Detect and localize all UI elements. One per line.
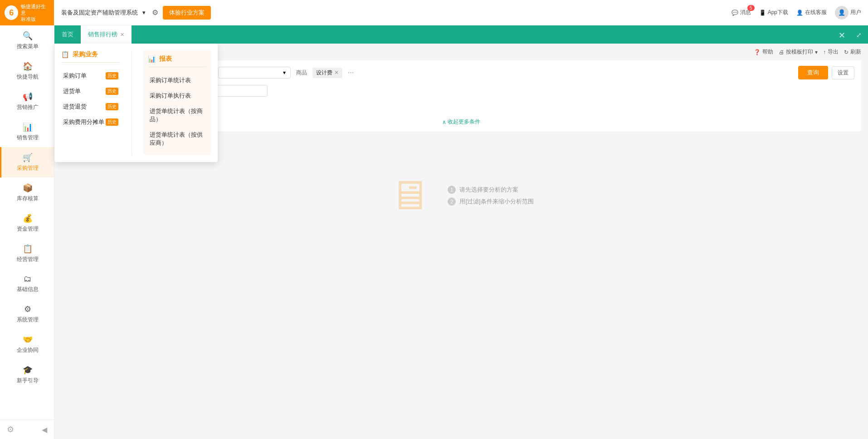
empty-tip-1: 1 请先选择要分析的方案	[448, 186, 533, 194]
service-icon: 👤	[796, 10, 803, 16]
sidebar-item-enterprise[interactable]: 🤝 企业协同	[0, 329, 54, 360]
tab-home[interactable]: 首页	[54, 25, 81, 44]
newbie-icon: 🎓	[23, 365, 33, 375]
dropdown-arrow-icon: ▾	[142, 9, 146, 16]
history-badge-4: 历史	[106, 118, 118, 126]
sidebar-item-finance[interactable]: 💰 资金管理	[0, 208, 54, 238]
report-icon: 📊	[148, 55, 156, 63]
topbar-title: 装备及固定资产辅助管理系统	[61, 9, 138, 17]
menu-section-purchase: 📋 采购业务 采购订单 历史 进货单 历史 进货退货 历史 采购费用分摊单 历史	[61, 50, 120, 155]
enterprise-icon: 🤝	[23, 335, 33, 345]
menu-section-purchase-title: 📋 采购业务	[61, 50, 120, 63]
sidebar-item-inventory[interactable]: 📦 库存核算	[0, 178, 54, 208]
menu-item-purchase-order[interactable]: 采购订单 历史	[61, 68, 120, 84]
tab-sales-rank[interactable]: 销售排行榜 ✕	[81, 25, 132, 44]
avatar-icon: 👤	[838, 9, 845, 16]
purchase-dropdown-menu: 📋 采购业务 采购订单 历史 进货单 历史 进货退货 历史 采购费用分摊单 历史…	[54, 44, 218, 162]
logo-text: 畅捷通好生意 标准版	[21, 3, 49, 23]
menu-item-expense[interactable]: 采购费用分摊单 历史	[61, 114, 120, 130]
history-badge-3: 历史	[106, 103, 118, 110]
sidebar-collapse-icon[interactable]: ◀	[42, 425, 47, 434]
sidebar-nav: 🔍 搜索菜单 🏠 快捷导航 📢 营销推广 📊 销售管理 🛒 采购管理 📦 库存核…	[0, 25, 54, 419]
operations-icon: 📋	[23, 244, 33, 254]
topbar-right: 💬 消息 5 📱 App下载 👤 在线客服 👤 用户	[731, 6, 861, 20]
tip-num-2: 2	[448, 197, 456, 206]
menu-item-inbound-stats-supplier[interactable]: 进货单统计表（按供应商）	[148, 127, 207, 151]
sidebar-item-quick-nav[interactable]: 🏠 快捷导航	[0, 56, 54, 86]
home-icon: 🏠	[23, 61, 33, 71]
goods-label: 商品	[296, 69, 307, 77]
purchase-icon: 🛒	[23, 153, 33, 163]
avatar: 👤	[835, 6, 848, 20]
status-select[interactable]: ▾	[218, 67, 291, 79]
tab-bar-close-icon[interactable]: ✕	[839, 30, 845, 40]
industry-btn[interactable]: 体验行业方案	[163, 6, 211, 20]
message-btn[interactable]: 💬 消息 5	[731, 9, 751, 16]
topbar-dropdown[interactable]: ▾	[142, 9, 146, 16]
topbar-gear-icon[interactable]: ⚙	[152, 8, 158, 17]
sidebar-item-purchase[interactable]: 🛒 采购管理	[0, 147, 54, 178]
basic-icon: 🗂	[24, 274, 32, 284]
empty-illustration: 🖥	[389, 172, 429, 219]
status-dropdown-icon: ▾	[283, 69, 286, 76]
empty-tips: 1 请先选择要分析的方案 2 用[过滤]条件来缩小分析范围	[448, 186, 533, 206]
goods-tag[interactable]: 设计费 ✕	[312, 68, 342, 78]
menu-item-inbound[interactable]: 进货单 历史	[61, 84, 120, 99]
menu-item-return[interactable]: 进货退货 历史	[61, 99, 120, 114]
query-btn[interactable]: 查询	[798, 66, 828, 79]
sales-icon: 📊	[23, 122, 33, 132]
message-badge: 5	[747, 5, 755, 11]
user-btn[interactable]: 👤 用户	[835, 6, 861, 20]
refresh-icon: ↻	[844, 49, 848, 55]
purchase-biz-icon: 📋	[61, 51, 69, 58]
tab-close-icon[interactable]: ✕	[120, 32, 124, 38]
export-icon: ↑	[823, 49, 826, 55]
menu-section-report-title: 📊 报表	[148, 55, 207, 67]
online-service-btn[interactable]: 👤 在线客服	[796, 9, 827, 16]
sidebar-settings-icon[interactable]: ⚙	[7, 424, 14, 434]
filter-actions: 查询 设置	[798, 66, 854, 79]
print-btn[interactable]: 🖨 按模板打印 ▾	[779, 48, 818, 56]
menu-section-report: 📊 报表 采购订单统计表 采购订单执行表 进货单统计表（按商品） 进货单统计表（…	[143, 50, 211, 155]
collapse-icon: ∧	[442, 119, 446, 125]
search-icon: 🔍	[23, 31, 33, 41]
finance-icon: 💰	[23, 213, 33, 223]
help-btn[interactable]: ❓ 帮助	[754, 48, 773, 56]
sidebar-footer: ⚙ ◀	[0, 419, 54, 439]
empty-tip-2: 2 用[过滤]条件来缩小分析范围	[448, 197, 533, 206]
logo: 6 畅捷通好生意 标准版	[0, 0, 54, 25]
menu-divider	[132, 50, 132, 155]
message-icon: 💬	[731, 10, 738, 16]
history-badge-1: 历史	[106, 72, 118, 79]
sidebar-item-operations[interactable]: 📋 经营管理	[0, 238, 54, 269]
tabbar: 首页 销售排行榜 ✕ ✕ ⤢	[54, 25, 868, 44]
tab-bar-expand-icon[interactable]: ⤢	[856, 31, 862, 39]
sidebar-item-system[interactable]: ⚙ 系统管理	[0, 299, 54, 329]
collapse-btn[interactable]: ∧ 收起更多条件	[442, 118, 480, 126]
print-dropdown-icon[interactable]: ▾	[815, 49, 818, 55]
sidebar-item-marketing[interactable]: 📢 营销推广	[0, 86, 54, 117]
goods-more-icon[interactable]: ···	[348, 69, 354, 77]
menu-item-order-stats[interactable]: 采购订单统计表	[148, 73, 207, 88]
sidebar-item-sales[interactable]: 📊 销售管理	[0, 117, 54, 147]
sidebar-item-basic[interactable]: 🗂 基础信息	[0, 269, 54, 299]
marketing-icon: 📢	[23, 92, 33, 102]
inventory-icon: 📦	[23, 183, 33, 193]
sidebar-item-newbie[interactable]: 🎓 新手引导	[0, 360, 54, 390]
menu-item-inbound-stats-goods[interactable]: 进货单统计表（按商品）	[148, 104, 207, 127]
print-icon: 🖨	[779, 49, 784, 55]
logo-icon: 6	[5, 5, 18, 20]
phone-icon: 📱	[759, 10, 766, 16]
sidebar: 6 畅捷通好生意 标准版 🔍 搜索菜单 🏠 快捷导航 📢 营销推广 📊 销售管理…	[0, 0, 54, 439]
app-download-btn[interactable]: 📱 App下载	[759, 9, 788, 16]
tip-num-1: 1	[448, 186, 456, 194]
goods-tag-remove-icon[interactable]: ✕	[334, 69, 339, 76]
settings-btn[interactable]: 设置	[832, 66, 854, 79]
sidebar-item-search[interactable]: 🔍 搜索菜单	[0, 25, 54, 56]
refresh-btn[interactable]: ↻ 刷新	[844, 48, 861, 56]
topbar: 装备及固定资产辅助管理系统 ▾ ⚙ 体验行业方案 💬 消息 5 📱 App下载 …	[54, 0, 868, 25]
history-badge-2: 历史	[106, 88, 118, 95]
system-icon: ⚙	[24, 304, 31, 314]
menu-item-order-exec[interactable]: 采购订单执行表	[148, 88, 207, 104]
export-btn[interactable]: ↑ 导出	[823, 48, 839, 56]
